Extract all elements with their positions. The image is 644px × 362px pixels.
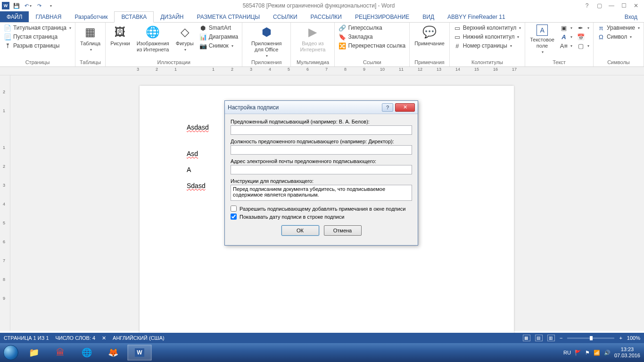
symbol-icon: Ω — [597, 33, 605, 41]
status-words[interactable]: ЧИСЛО СЛОВ: 4 — [56, 335, 96, 341]
zoom-in-button[interactable]: + — [619, 335, 622, 341]
quickparts-button[interactable]: ▣▾ — [559, 24, 573, 32]
taskbar-firefox[interactable]: 🦊 — [101, 345, 125, 361]
signer-title-input[interactable] — [231, 145, 412, 155]
tab-view[interactable]: ВИД — [416, 11, 441, 22]
page-break-button[interactable]: ⤒Разрыв страницы — [3, 41, 72, 50]
tray-lang[interactable]: RU — [563, 350, 571, 355]
tab-layout[interactable]: РАЗМЕТКА СТРАНИЦЫ — [190, 11, 267, 22]
signin-link[interactable]: Вход — [618, 11, 644, 22]
group-headerfooter-label: Колонтитулы — [453, 59, 522, 66]
signer-email-input[interactable] — [231, 165, 412, 174]
tab-mailings[interactable]: РАССЫЛКИ — [304, 11, 348, 22]
signature-button[interactable]: ✒▾ — [576, 24, 590, 32]
doc-para-3: A — [187, 166, 191, 173]
taskbar-chrome[interactable]: 🌐 — [74, 345, 99, 361]
show-date-checkbox[interactable] — [231, 214, 237, 220]
tray-volume-icon[interactable]: 🔊 — [604, 350, 611, 356]
redo-icon[interactable]: ↷ — [35, 1, 43, 10]
table-icon: ▦ — [83, 25, 98, 40]
pictures-button[interactable]: 🖼Рисунки — [108, 24, 132, 48]
dialog-help-button[interactable]: ? — [382, 103, 393, 112]
crossref-icon: 🔀 — [339, 42, 346, 49]
smartart-button[interactable]: ⬢SmartArt — [198, 24, 239, 32]
close-icon[interactable]: ✕ — [632, 1, 640, 10]
allow-comments-label: Разрешить подписывающему добавлять приме… — [239, 206, 405, 212]
status-proof-icon[interactable]: ✕ — [102, 335, 106, 341]
view-web-icon[interactable]: ▥ — [547, 335, 555, 341]
zoom-level[interactable]: 100% — [627, 335, 640, 341]
comment-button[interactable]: 💬Примечание — [413, 24, 446, 48]
allow-comments-checkbox[interactable] — [231, 206, 237, 212]
instructions-textarea[interactable] — [231, 185, 412, 201]
dialog-close-button[interactable]: ✕ — [395, 103, 415, 112]
textbox-icon: A — [537, 25, 548, 36]
tab-design[interactable]: ДИЗАЙН — [154, 11, 190, 22]
shapes-button[interactable]: ◇Фигуры▾ — [174, 24, 196, 53]
apps-button[interactable]: ⬢Приложения для Office▾ — [245, 24, 288, 59]
help-icon[interactable]: ? — [583, 1, 591, 10]
status-page[interactable]: СТРАНИЦА 1 ИЗ 1 — [4, 335, 49, 341]
firefox-icon: 🦊 — [107, 346, 120, 359]
group-tables-label: Таблицы — [78, 59, 102, 66]
ok-button[interactable]: ОК — [281, 225, 319, 236]
tab-references[interactable]: ССЫЛКИ — [266, 11, 304, 22]
shapes-icon: ◇ — [177, 25, 192, 40]
vertical-ruler[interactable]: 2 1 1 2 3 4 5 6 7 8 9 — [0, 75, 10, 331]
cancel-button[interactable]: Отмена — [324, 225, 362, 236]
minimize-icon[interactable]: — — [607, 1, 616, 10]
qat-customize-icon[interactable]: ▾ — [46, 1, 55, 10]
bookmark-icon: 🔖 — [339, 33, 346, 41]
pagenum-button[interactable]: #Номер страницы▾ — [453, 41, 522, 50]
maximize-icon[interactable]: ☐ — [619, 1, 628, 10]
signer-input[interactable] — [231, 125, 412, 135]
group-pages-label: Страницы — [3, 59, 72, 66]
header-icon: ▭ — [454, 24, 461, 32]
screenshot-button[interactable]: 📷Снимок▾ — [198, 41, 239, 50]
group-apps-label: Приложения — [245, 59, 288, 66]
pagenum-icon: # — [454, 42, 461, 49]
textbox-button[interactable]: AТекстовое поле▾ — [528, 24, 556, 56]
taskbar-explorer[interactable]: 📁 — [22, 345, 46, 361]
group-symbols-label: Символы — [596, 59, 641, 66]
chart-button[interactable]: 📊Диаграмма — [198, 33, 239, 41]
online-pictures-button[interactable]: 🌐Изображения из Интернета — [135, 24, 171, 54]
zoom-slider[interactable] — [567, 337, 614, 339]
horizontal-ruler[interactable]: 321 123 456 789 101112 131415 1617 — [0, 67, 644, 75]
object-button[interactable]: ▢▾ — [576, 41, 590, 50]
table-button[interactable]: ▦Таблица▾ — [78, 24, 102, 53]
symbol-button[interactable]: ΩСимвол▾ — [596, 33, 641, 41]
header-button[interactable]: ▭Верхний колонтитул▾ — [453, 24, 522, 32]
dropcap-button[interactable]: A≡▾ — [559, 41, 573, 50]
video-button[interactable]: ▶Видео из Интернета — [294, 24, 331, 54]
taskbar-word[interactable]: W — [127, 345, 152, 361]
equation-button[interactable]: πУравнение▾ — [596, 24, 641, 32]
save-icon[interactable]: 💾 — [12, 1, 21, 10]
crossref-button[interactable]: 🔀Перекрестная ссылка — [338, 41, 406, 50]
tab-home[interactable]: ГЛАВНАЯ — [29, 11, 68, 22]
cover-page-button[interactable]: 📄Титульная страница▾ — [3, 24, 72, 32]
ribbon-display-icon[interactable]: ▢ — [595, 1, 603, 10]
start-button[interactable] — [0, 343, 22, 362]
tray-flag-icon[interactable]: 🚩 — [575, 350, 581, 356]
wordart-button[interactable]: A▾ — [559, 33, 573, 41]
tab-file[interactable]: ФАЙЛ — [0, 11, 29, 22]
view-read-icon[interactable]: ▤ — [535, 335, 543, 341]
zoom-out-button[interactable]: − — [560, 335, 562, 341]
bookmark-button[interactable]: 🔖Закладка — [338, 33, 406, 41]
tray-network-icon[interactable]: 📶 — [594, 350, 600, 356]
status-lang[interactable]: АНГЛИЙСКИЙ (США) — [113, 335, 165, 341]
tab-developer[interactable]: Разработчик — [68, 11, 114, 22]
taskbar-app1[interactable]: 🏛 — [48, 345, 73, 361]
tray-action-icon[interactable]: ⚑ — [585, 350, 590, 356]
tab-abbyy[interactable]: ABBYY FineReader 11 — [441, 11, 512, 22]
view-print-icon[interactable]: ▦ — [523, 335, 530, 341]
tab-insert[interactable]: ВСТАВКА — [114, 11, 154, 23]
tray-clock[interactable]: 13:23 07.03.2016 — [614, 346, 640, 359]
undo-icon[interactable]: ↶▾ — [24, 1, 32, 10]
blank-page-button[interactable]: 📃Пустая страница — [3, 33, 72, 41]
hyperlink-button[interactable]: 🔗Гиперссылка — [338, 24, 406, 32]
tab-review[interactable]: РЕЦЕНЗИРОВАНИЕ — [348, 11, 416, 22]
footer-button[interactable]: ▭Нижний колонтитул▾ — [453, 33, 522, 41]
datetime-button[interactable]: 📅 — [576, 33, 590, 41]
